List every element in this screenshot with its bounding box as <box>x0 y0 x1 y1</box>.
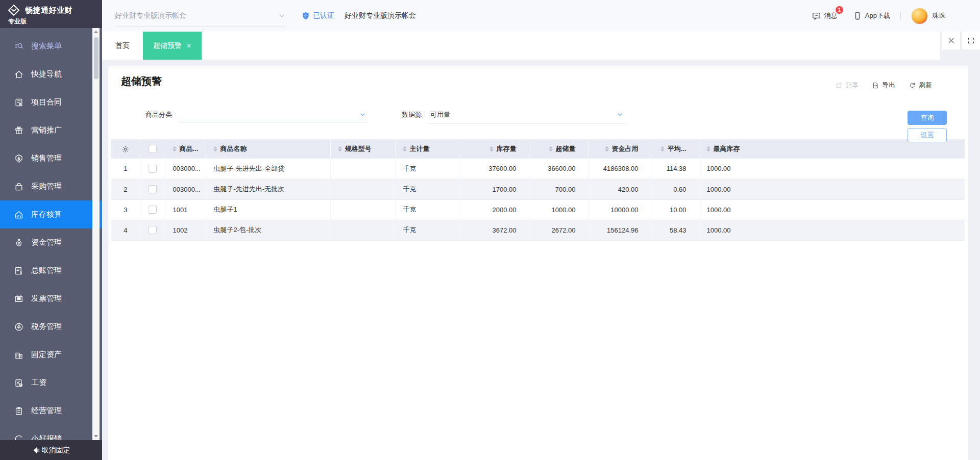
fullscreen-icon <box>967 37 975 44</box>
cell-avg: 10.00 <box>651 199 699 220</box>
sort-caret-icon[interactable] <box>213 146 217 151</box>
column-header[interactable]: 库存量 <box>459 139 529 159</box>
sidebar-item-tax[interactable]: 税务管理 <box>0 313 102 341</box>
warehouse-icon <box>14 210 24 220</box>
sort-caret-icon[interactable] <box>403 146 407 151</box>
sidebar-item-ledger[interactable]: 总账管理 <box>0 257 102 285</box>
cell-avg: 114.38 <box>651 159 699 179</box>
column-header[interactable]: 超储量 <box>529 139 588 159</box>
avatar <box>911 8 928 24</box>
sort-caret-icon[interactable] <box>706 146 710 151</box>
settings-button[interactable]: 设置 <box>908 128 947 142</box>
sidebar-item-invoice[interactable]: 发票管理 <box>0 285 102 313</box>
column-header[interactable]: 资金占用 <box>588 139 651 159</box>
cell-spec <box>330 220 395 240</box>
column-header[interactable]: 规格型号 <box>330 139 395 159</box>
sidebar-item-circle-c[interactable]: 小好报销 <box>0 425 102 440</box>
brand-name: 畅捷通好业财 <box>25 6 72 15</box>
tab-inactive[interactable]: 首页 ✕ <box>102 32 143 60</box>
cell-code: 1001 <box>165 199 206 220</box>
column-header[interactable]: 平均... <box>651 139 699 159</box>
sidebar-item-payroll[interactable]: 工资 <box>0 369 102 397</box>
sort-caret-icon[interactable] <box>660 146 665 151</box>
row-checkbox[interactable] <box>149 185 157 193</box>
sidebar-item-warehouse[interactable]: 库存核算 <box>0 200 102 228</box>
clipboard-icon <box>14 406 24 416</box>
cell-max: 1000.00 <box>699 220 965 240</box>
sidebar-item-asset[interactable]: 固定资产 <box>0 341 102 369</box>
cell-capital: 4186308.00 <box>588 159 651 179</box>
app-download-button[interactable]: App下载 <box>853 11 890 20</box>
refresh-button[interactable]: 刷新 <box>909 81 932 90</box>
sort-caret-icon[interactable] <box>489 146 494 151</box>
row-index: 4 <box>111 220 140 240</box>
table-row[interactable]: 31001虫腿子1千克2000.001000.0010000.0010.0010… <box>111 199 965 220</box>
scroll-down-icon[interactable] <box>94 435 98 438</box>
column-header[interactable]: 商品名称 <box>206 139 330 159</box>
cell-name: 虫腿子-先进先出-无批次 <box>206 179 330 199</box>
column-header[interactable]: 主计量 <box>395 139 459 159</box>
cell-over: 2672.00 <box>529 220 588 240</box>
table-settings-button[interactable] <box>111 139 140 159</box>
sidebar-item-gift[interactable]: 营销推广 <box>0 116 102 144</box>
cell-capital: 156124.96 <box>588 220 651 240</box>
messages-button[interactable]: 消息 1 <box>812 11 838 21</box>
chevron-down-icon <box>278 12 286 20</box>
fullscreen-button[interactable] <box>962 32 980 49</box>
scrollbar-thumb[interactable] <box>94 37 99 79</box>
share-button[interactable]: 分享 <box>835 81 859 90</box>
table-row[interactable]: 2003000...虫腿子-先进先出-无批次千克1700.00700.00420… <box>111 179 965 199</box>
table-body: 1003000...虫腿子-先进先出-全部贷千克37600.0036600.00… <box>111 159 965 240</box>
cell-stock: 3672.00 <box>459 220 529 240</box>
datasource-select[interactable]: 可用量 <box>429 107 625 123</box>
table-row[interactable]: 1003000...虫腿子-先进先出-全部贷千克37600.0036600.00… <box>111 159 965 179</box>
svg-text:企: 企 <box>304 14 308 17</box>
search-icon <box>14 41 24 52</box>
sort-caret-icon[interactable] <box>549 146 553 151</box>
tab-active[interactable]: 超储预警 ✕ <box>143 32 202 60</box>
sidebar-item-home[interactable]: 快捷导航 <box>0 60 102 88</box>
sidebar-item-contract[interactable]: 项目合同 <box>0 88 102 116</box>
account-selector[interactable]: 好业财专业版演示帐套 <box>115 5 286 27</box>
shield-icon: 企 <box>301 11 310 20</box>
sort-caret-icon[interactable] <box>173 146 177 151</box>
sort-caret-icon[interactable] <box>605 146 609 151</box>
sidebar-item-clipboard[interactable]: 经营管理 <box>0 397 102 425</box>
cell-over: 1000.00 <box>529 199 588 220</box>
close-tabs-button[interactable] <box>942 32 960 49</box>
sort-caret-icon[interactable] <box>338 146 342 151</box>
select-all-cell <box>140 139 165 159</box>
unpin-sidebar-button[interactable]: 取消固定 <box>0 440 102 460</box>
sidebar-item-money[interactable]: 资金管理 <box>0 228 102 257</box>
sidebar-item-bag[interactable]: 采购管理 <box>0 172 102 200</box>
cell-code: 1002 <box>165 220 206 240</box>
brand-block: 畅捷通好业财 专业版 <box>0 0 102 28</box>
cell-capital: 10000.00 <box>588 199 651 220</box>
sidebar-scrollbar[interactable] <box>92 28 100 440</box>
cell-unit: 千克 <box>395 220 459 240</box>
page-actions: 分享 导出 刷新 <box>835 81 932 90</box>
cell-code: 003000... <box>165 179 206 199</box>
cell-stock: 1700.00 <box>459 179 529 199</box>
sidebar-item-sales[interactable]: 销售管理 <box>0 144 102 172</box>
select-all-checkbox[interactable] <box>149 145 157 153</box>
tax-icon <box>14 322 24 332</box>
row-checkbox[interactable] <box>149 206 157 214</box>
row-checkbox[interactable] <box>149 226 157 234</box>
user-menu[interactable]: 珠珠 <box>911 8 945 24</box>
column-header[interactable]: 商品... <box>165 139 206 159</box>
gear-icon <box>121 145 130 154</box>
scroll-up-icon[interactable] <box>94 31 98 33</box>
row-checkbox[interactable] <box>149 165 157 173</box>
phone-icon <box>853 11 862 20</box>
asset-icon <box>14 350 24 360</box>
brand-logo-icon <box>7 4 20 17</box>
category-select[interactable] <box>179 107 368 122</box>
brand-edition: 专业版 <box>8 17 102 26</box>
query-button[interactable]: 查询 <box>908 111 947 125</box>
datasource-filter-label: 数据源 <box>402 110 422 119</box>
close-tab-icon[interactable]: ✕ <box>186 42 191 49</box>
sidebar-item-search[interactable]: 搜索菜单 <box>0 32 102 60</box>
export-button[interactable]: 导出 <box>872 81 895 90</box>
table-row[interactable]: 41002虫腿子2-包-批次千克3672.002672.00156124.965… <box>111 220 965 240</box>
